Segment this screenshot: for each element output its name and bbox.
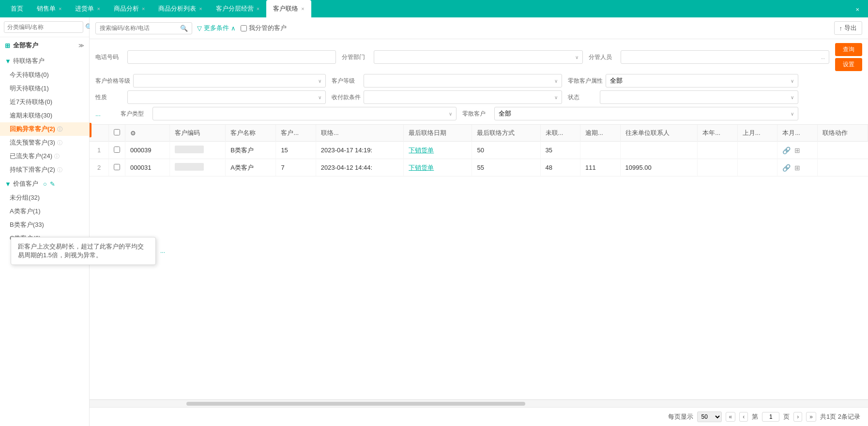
more-filters-button[interactable]: ▽ 更多条件 ∧ [197, 24, 236, 32]
ungrouped[interactable]: 未分组(32) [0, 191, 89, 205]
row-2-last-method[interactable]: 下销货单 [404, 159, 472, 176]
value-section-circle[interactable]: ○ [43, 180, 47, 188]
repurchase-abnormal[interactable]: 回购异常客户(2) ⓘ [0, 122, 89, 136]
filter-dept: 分管部门 ∨ [342, 50, 582, 64]
row-1-last-method[interactable]: 下销货单 [404, 142, 472, 159]
col-this-year: 本年... [698, 125, 737, 142]
customer-level-select[interactable]: ∨ [364, 74, 562, 88]
close-window-button[interactable]: × [851, 4, 864, 14]
overdue-pending[interactable]: 逾期未联络(30) [0, 109, 89, 122]
triangle-icon: ▼ [5, 58, 11, 65]
per-page-select[interactable]: 50 20 100 [697, 411, 722, 422]
row-2-grid-icon[interactable]: ⊞ [794, 164, 800, 172]
close-product-analysis-list-tab[interactable]: × [199, 6, 202, 12]
tooltip-box: 距客户上次交易时长，超过了此客户的平均交易周期的1.5倍，则视为异常。 [90, 237, 156, 265]
row-2-pending: 55 [472, 159, 540, 176]
prev-page-button[interactable]: ‹ [739, 412, 748, 422]
row-1-contact: 15 [276, 142, 316, 159]
close-sales-tab[interactable]: × [59, 6, 61, 12]
week-pending[interactable]: 近7天待联络(0) [0, 95, 89, 109]
customer-table: ⚙ 客户编码 客户名称 客户... 联络... 最后联络日期 最后联络方式 未联… [90, 125, 868, 176]
query-button[interactable]: 查询 [835, 43, 862, 56]
my-customers-check[interactable] [241, 25, 247, 31]
sidebar-search-area: 🔍 [0, 17, 89, 37]
person-select[interactable]: ... [621, 50, 829, 64]
row-1-grid-icon[interactable]: ⊞ [794, 147, 800, 154]
search-input[interactable] [100, 25, 180, 31]
col-last-month: 上月... [737, 125, 777, 142]
col-name: 客户名称 [226, 125, 276, 142]
per-page-label: 每页显示 [668, 412, 693, 421]
chevron-icon: ∧ [231, 25, 236, 32]
row-2-contact: 7 [276, 159, 316, 176]
row-num-1: 1 [90, 142, 109, 159]
next-page-button[interactable]: › [793, 412, 802, 422]
row-checkbox-2[interactable] [109, 159, 125, 176]
filter-sparse-customer: 零散客户 全部 ∨ [462, 107, 798, 120]
last-page-button[interactable]: » [806, 412, 816, 422]
col-overdue: 逾期... [580, 125, 620, 142]
nav-customer-segmentation[interactable]: 客户分层经营 × [209, 0, 266, 17]
info-icon-2: ⓘ [57, 139, 62, 147]
tomorrow-pending[interactable]: 明天待联络(1) [0, 82, 89, 95]
price-level-select[interactable]: ∨ [133, 74, 326, 88]
nav-product-analysis[interactable]: 商品分析 × [107, 0, 152, 17]
filter-person: 分管人员 ... [589, 50, 829, 64]
export-button[interactable]: ↑ 导出 [834, 21, 863, 35]
row-2-checkbox[interactable] [114, 164, 120, 170]
class-a-customers[interactable]: A类客户(1) [0, 205, 89, 218]
row-1-this-month [737, 142, 777, 159]
close-purchase-tab[interactable]: × [97, 6, 100, 12]
customer-type-select[interactable]: ∨ [152, 107, 457, 120]
select-all-checkbox[interactable] [114, 129, 120, 135]
table-area[interactable]: ⚙ 客户编码 客户名称 客户... 联络... 最后联络日期 最后联络方式 未联… [90, 125, 868, 399]
chevron-down-icon-8: ∨ [791, 95, 794, 100]
nav-product-analysis-list[interactable]: 商品分析列表 × [152, 0, 209, 17]
first-page-button[interactable]: « [726, 412, 736, 422]
more-options-ellipsis[interactable]: ... [95, 110, 101, 118]
col-settings[interactable]: ⚙ [125, 125, 170, 142]
row-1-checkbox[interactable] [114, 147, 120, 153]
churn-warning[interactable]: 流失预警客户(3) ⓘ [0, 136, 89, 149]
row-1-name[interactable] [169, 142, 225, 159]
close-customer-seg-tab[interactable]: × [257, 6, 259, 12]
close-customer-contact-tab[interactable]: × [301, 6, 304, 12]
page-number-input[interactable] [762, 412, 779, 422]
row-1-actions: 🔗 ⊞ [777, 142, 818, 159]
table-body: 1 000039 B类客户 15 2023-04-17 14:19: [90, 142, 868, 176]
class-b-customers[interactable]: B类客户(33) [0, 218, 89, 232]
row-2-name[interactable] [169, 159, 225, 176]
all-customers-header[interactable]: ⊞ 全部客户 ≫ [0, 37, 89, 54]
row-2-actions: 🔗 ⊞ [777, 159, 818, 176]
value-section-edit[interactable]: ✎ [50, 180, 55, 188]
scroll-thumb[interactable] [186, 402, 525, 406]
sparse-customer-select[interactable]: 全部 ∨ [494, 107, 798, 120]
payment-select[interactable]: ∨ [364, 90, 562, 104]
phone-input[interactable] [127, 50, 336, 64]
row-2-this-year: 10995.00 [620, 159, 698, 176]
status-select[interactable]: ∨ [600, 90, 798, 104]
nav-home[interactable]: 首页 [4, 0, 30, 17]
declining-customers[interactable]: 持续下滑客户(2) ⓘ [0, 163, 89, 176]
sparse-attr-select[interactable]: 全部 ∨ [606, 74, 798, 88]
col-last-method: 最后联络方式 [472, 125, 540, 142]
nav-sales[interactable]: 销售单 × [30, 0, 68, 17]
row-2-link-icon[interactable]: 🔗 [782, 164, 791, 172]
nav-customer-contact[interactable]: 客户联络 × [266, 0, 311, 17]
dept-select[interactable]: ∨ [374, 50, 582, 64]
horizontal-scrollbar[interactable] [90, 399, 868, 407]
row-1-link-icon[interactable]: 🔗 [782, 147, 791, 154]
nav-purchase[interactable]: 进货单 × [68, 0, 107, 17]
sidebar-content: ⊞ 全部客户 ≫ ▼ 待联络客户 今天待联络(0) 明天待联络(1) 近7天待联… [0, 37, 89, 426]
nature-select[interactable]: ∨ [127, 90, 326, 104]
today-pending[interactable]: 今天待联络(0) [0, 68, 89, 82]
settings-button[interactable]: 设置 [835, 58, 862, 71]
close-product-analysis-tab[interactable]: × [142, 6, 145, 12]
churned-customers[interactable]: 已流失客户(24) ⓘ [0, 149, 89, 163]
my-customers-checkbox[interactable]: 我分管的客户 [241, 24, 287, 32]
category-search-input[interactable] [4, 21, 83, 33]
filter-payment: 收付款条件 ∨ [332, 90, 562, 104]
sidebar: 🔍 ⊞ 全部客户 ≫ ▼ 待联络客户 今天待联络(0) 明天待联 [0, 17, 90, 426]
info-icon-3: ⓘ [54, 153, 60, 160]
row-checkbox-1[interactable] [109, 142, 125, 159]
